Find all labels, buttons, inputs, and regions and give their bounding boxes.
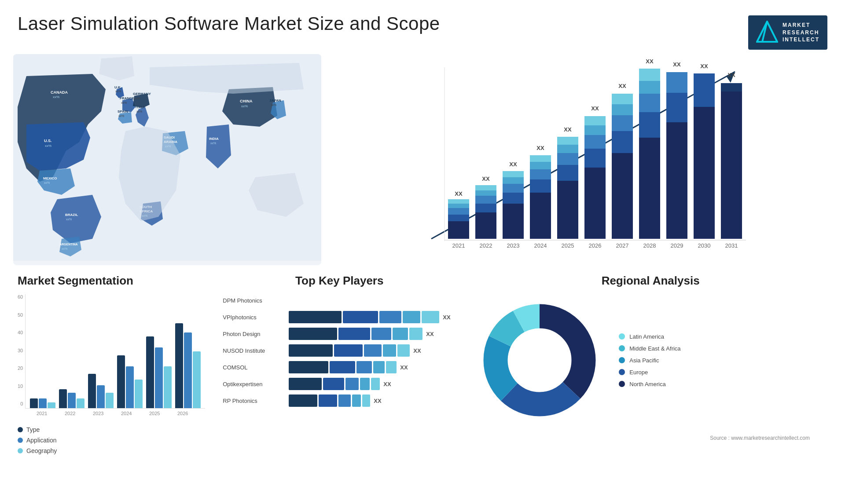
svg-rect-61: [530, 169, 551, 179]
svg-text:2022: 2022: [480, 242, 492, 249]
source-text: Source : www.marketresearchintellect.com: [474, 435, 827, 443]
svg-text:2029: 2029: [671, 242, 683, 249]
svg-rect-77: [584, 116, 606, 125]
player-row-optik: Optikexpertisen XX: [223, 378, 456, 390]
player-bar-vpi: XX: [289, 311, 456, 323]
svg-text:2027: 2027: [616, 242, 629, 249]
svg-text:2021: 2021: [452, 242, 465, 249]
key-players-title: Top Key Players: [223, 274, 456, 288]
svg-rect-68: [557, 153, 578, 165]
svg-text:xx%: xx%: [136, 110, 142, 113]
svg-rect-55: [503, 177, 524, 184]
player-row-rp: RP Photonics XX: [223, 394, 456, 407]
player-row-dpm: DPM Photonics: [223, 294, 456, 307]
svg-text:xx%: xx%: [241, 104, 248, 108]
svg-text:xx%: xx%: [115, 90, 121, 93]
svg-rect-40: [448, 208, 469, 215]
player-name-vpi: VPIphotonics: [223, 314, 284, 321]
svg-text:xx%: xx%: [45, 144, 51, 148]
player-name-optik: Optikexpertisen: [223, 381, 284, 387]
legend-geography: Geography: [18, 447, 205, 454]
seg-bar-group-2022: [59, 389, 84, 408]
svg-text:2031: 2031: [725, 242, 738, 249]
segmentation-title: Market Segmentation: [18, 274, 205, 288]
svg-rect-76: [584, 125, 606, 135]
player-row-comsol: COMSOL XX: [223, 361, 456, 373]
svg-text:2024: 2024: [534, 242, 547, 249]
svg-text:XX: XX: [727, 72, 735, 78]
legend-latin-america: Latin America: [619, 333, 680, 340]
svg-rect-90: [639, 81, 660, 94]
svg-text:xx%: xx%: [210, 142, 216, 145]
players-chart: DPM Photonics VPIphotonics XX Photon Des…: [223, 294, 456, 407]
svg-rect-45: [475, 212, 496, 239]
key-players-section: Top Key Players DPM Photonics VPIphotoni…: [218, 270, 460, 503]
svg-text:xx%: xx%: [66, 218, 72, 221]
svg-rect-53: [503, 193, 524, 204]
player-bar-comsol: XX: [289, 361, 456, 373]
seg-bars-container: [25, 294, 205, 409]
player-name-photon: Photon Design: [223, 331, 284, 337]
svg-rect-54: [503, 184, 524, 193]
player-name-dpm: DPM Photonics: [223, 297, 284, 304]
legend-middle-east: Middle East & Africa: [619, 345, 680, 352]
segmentation-section: Market Segmentation 60 50 40 30 20 10 0: [13, 270, 209, 503]
svg-text:xx%: xx%: [121, 101, 127, 104]
svg-rect-56: [503, 171, 524, 177]
svg-text:2028: 2028: [643, 242, 656, 249]
svg-rect-104: [721, 91, 742, 239]
legend-dot-application: [18, 438, 23, 443]
player-bar-photon: XX: [289, 328, 456, 340]
player-name-comsol: COMSOL: [223, 364, 284, 371]
svg-rect-39: [448, 215, 469, 221]
svg-text:xx%: xx%: [118, 114, 124, 117]
svg-rect-70: [557, 137, 578, 145]
svg-rect-73: [584, 168, 606, 239]
legend-dot-type: [18, 427, 23, 432]
svg-text:XX: XX: [482, 175, 490, 182]
svg-rect-89: [639, 94, 660, 112]
legend-type: Type: [18, 426, 205, 433]
svg-rect-69: [557, 145, 578, 153]
svg-text:CHINA: CHINA: [240, 99, 253, 103]
dot-europe: [619, 369, 625, 375]
svg-text:xx%: xx%: [62, 247, 67, 250]
bottom-section: Market Segmentation 60 50 40 30 20 10 0: [0, 265, 845, 504]
logo: MARKET RESEARCH INTELLECT: [748, 13, 827, 50]
svg-text:XX: XX: [564, 126, 572, 133]
svg-rect-87: [639, 138, 660, 239]
svg-rect-63: [530, 155, 551, 162]
legend-label-type: Type: [26, 426, 40, 433]
dot-north-america: [619, 381, 625, 387]
legend-label-application: Application: [26, 437, 57, 444]
player-row-vpi: VPIphotonics XX: [223, 311, 456, 323]
dot-middle-east: [619, 345, 625, 351]
svg-rect-48: [475, 190, 496, 196]
svg-text:XX: XX: [509, 161, 517, 168]
svg-rect-94: [666, 122, 687, 239]
svg-text:XX: XX: [700, 63, 708, 69]
svg-rect-52: [503, 204, 524, 239]
svg-text:U.K.: U.K.: [114, 85, 121, 89]
svg-text:XX: XX: [673, 61, 681, 68]
legend-north-america: North America: [619, 381, 680, 387]
svg-text:2026: 2026: [589, 242, 602, 249]
svg-rect-67: [557, 165, 578, 181]
svg-text:xx%: xx%: [271, 103, 276, 106]
svg-text:SPAIN: SPAIN: [118, 110, 128, 113]
seg-bar-group-2023: [88, 374, 114, 408]
svg-rect-38: [448, 221, 469, 239]
svg-rect-60: [530, 179, 551, 193]
svg-rect-95: [666, 93, 687, 122]
svg-rect-81: [612, 131, 633, 153]
legend-application: Application: [18, 437, 205, 444]
player-row-photon: Photon Design XX: [223, 328, 456, 340]
player-bar-rp: XX: [289, 394, 456, 407]
svg-rect-49: [475, 185, 496, 190]
svg-text:XX: XX: [618, 83, 626, 89]
regional-legend: Latin America Middle East & Africa Asia …: [619, 333, 680, 387]
regional-section: Regional Analysis: [469, 270, 832, 503]
bar-chart: XX 2021 XX 2022 XX 2023: [330, 54, 832, 265]
label-europe: Europe: [629, 369, 648, 376]
svg-rect-91: [639, 69, 660, 81]
